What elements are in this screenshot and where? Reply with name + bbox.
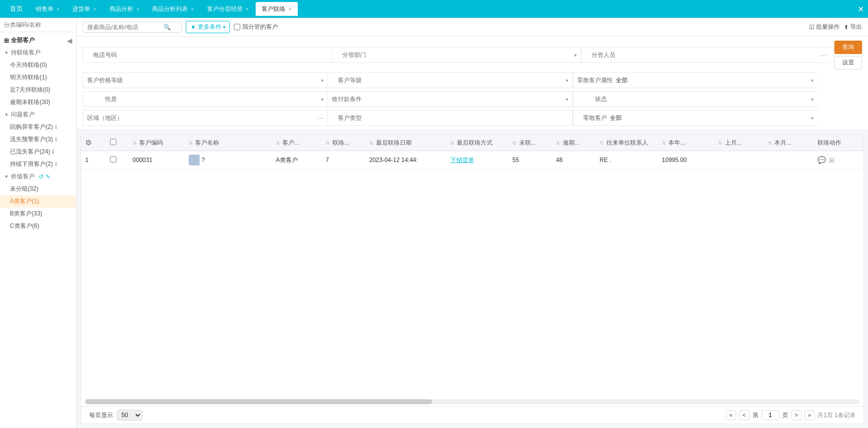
td-check[interactable] [106, 151, 128, 169]
refresh-icon[interactable]: ↺ [39, 173, 44, 180]
filter-more-button[interactable]: ▼ 更多条件 ▾ [186, 21, 230, 33]
th-name[interactable]: ⇅ 客户名称 [185, 135, 272, 151]
region-input[interactable] [126, 114, 315, 121]
last-method-link[interactable]: 下销货单 [450, 157, 474, 163]
th-code[interactable]: ⇅ 客户编码 [129, 135, 185, 151]
last-page-button[interactable]: » [805, 410, 815, 420]
phone-input[interactable] [120, 52, 328, 58]
sidebar-collapse-icon[interactable]: ◀ [67, 37, 72, 45]
retail-attr-select[interactable]: 全部 ▾ [616, 76, 814, 85]
search-icon[interactable]: 🔍 [163, 24, 171, 31]
query-button[interactable]: 查询 [834, 41, 862, 54]
price-level-select[interactable]: ▾ [126, 78, 324, 83]
th-last-month[interactable]: ⇅ 上月... [714, 135, 764, 151]
per-page-select[interactable]: 50 100 200 [117, 410, 142, 421]
all-customers-label[interactable]: 全部客户 [11, 36, 35, 45]
more-icon[interactable]: ··· [318, 114, 324, 122]
customer-type-input[interactable] [365, 114, 568, 121]
th-no-contact[interactable]: ⇅ 未联... [508, 135, 552, 151]
retail-customer-select[interactable]: 全部 ▾ [610, 114, 814, 122]
first-page-button[interactable]: « [726, 410, 736, 420]
close-icon[interactable]: × [288, 6, 291, 12]
sidebar-item-declining[interactable]: 持续下滑客户(2) ℹ [0, 158, 76, 170]
close-icon[interactable]: × [246, 6, 249, 12]
sidebar-group-pending-contact[interactable]: ▼ 待联络客户 [0, 47, 76, 59]
sidebar-item-class-a[interactable]: A类客户(1) [0, 195, 76, 208]
row-checkbox[interactable] [110, 156, 116, 162]
customer-level-select[interactable]: ▾ [365, 78, 568, 83]
window-close-icon[interactable]: ✕ [858, 4, 864, 14]
sidebar-search-input[interactable] [4, 21, 77, 28]
gear-icon[interactable]: ⚙ [85, 138, 92, 147]
sidebar-group-problem-customers[interactable]: ▼ 问题客户 [0, 108, 76, 121]
advanced-filters: 电话号码 分管部门 ▾ 分管人员 ··· 查询 设置 [77, 37, 868, 130]
nav-tab-purchase[interactable]: 进货单 × [66, 2, 102, 16]
chevron-down-icon: ▾ [811, 115, 814, 121]
sidebar-item-tomorrow-pending[interactable]: 明天待联络(1) [0, 71, 76, 84]
th-last-date[interactable]: ⇅ 最后联络日期 [365, 135, 446, 151]
filter-person: 分管人员 ··· [581, 47, 830, 63]
nature-select[interactable]: ▾ [120, 97, 324, 102]
sidebar-item-repurchase-anomaly[interactable]: 回购异常客户(2) ℹ [0, 121, 76, 133]
table-scroll[interactable]: ⚙ ⇅ 客户编码 ⇅ 客户名称 [81, 135, 864, 397]
sidebar-item-7days-pending[interactable]: 近7天待联络(0) [0, 84, 76, 96]
sidebar-item-class-c[interactable]: C类客户(6) [0, 220, 76, 232]
scrollbar-thumb[interactable] [85, 399, 432, 404]
info-icon: ℹ [52, 149, 54, 155]
export-button[interactable]: ⬆ 导出 [844, 23, 862, 31]
th-this-month[interactable]: ⇅ 本月... [764, 135, 814, 151]
prev-page-button[interactable]: < [739, 410, 750, 420]
chat-icon[interactable]: 💬 [817, 156, 826, 164]
th-overdue[interactable]: ⇅ 逾期... [552, 135, 596, 151]
person-input[interactable] [618, 52, 817, 58]
td-code: 000031 [129, 151, 185, 169]
sidebar-item-unclassified[interactable]: 未分组(32) [0, 183, 76, 195]
nav-tab-product-list[interactable]: 商品分析列表 × [146, 2, 200, 16]
my-customers-checkbox[interactable]: 我分管的客户 [234, 23, 278, 31]
nav-tab-sales[interactable]: 销售单 × [30, 2, 65, 16]
sidebar-group-value-customers[interactable]: ▼ 价值客户 ↺ ✎ [0, 170, 76, 183]
sidebar-item-churn-warning[interactable]: 流失预警客户(3) ℹ [0, 133, 76, 146]
th-last-method[interactable]: ⇅ 最后联络方式 [446, 135, 509, 151]
department-select[interactable]: ▾ [369, 53, 577, 58]
nav-tab-product-analysis[interactable]: 商品分析 × [104, 2, 145, 16]
chevron-down-icon: ▾ [566, 78, 568, 83]
th-check[interactable] [106, 135, 128, 151]
close-icon[interactable]: × [136, 6, 139, 12]
close-icon[interactable]: × [191, 6, 194, 12]
chevron-down-icon: ▾ [811, 97, 814, 102]
sidebar-item-churned[interactable]: 已流失客户(24) ℹ [0, 146, 76, 158]
close-icon[interactable]: × [56, 6, 59, 12]
page-number-input[interactable] [761, 410, 779, 420]
chevron-down-icon: ▼ [4, 50, 9, 55]
sidebar-item-class-b[interactable]: B类客户(33) [0, 208, 76, 220]
filter-search-input[interactable] [87, 24, 162, 31]
th-this-year[interactable]: ⇅ 本年... [658, 135, 714, 151]
th-settings[interactable]: ⚙ [81, 135, 106, 151]
grid-icon[interactable]: ⊞ [829, 156, 835, 164]
th-type[interactable]: ⇅ 客户... [272, 135, 322, 151]
horizontal-scrollbar[interactable] [85, 399, 860, 404]
nav-tab-customer-contact[interactable]: 客户联络 × [256, 2, 297, 16]
close-icon[interactable]: × [93, 6, 96, 12]
sidebar-item-overdue-contact[interactable]: 逾期未联络(30) [0, 96, 76, 108]
filter-row-3: 性质 ▾ 收付款条件 ▾ 状态 [83, 91, 862, 107]
chevron-down-icon: ▼ [4, 112, 9, 117]
customer-name-text[interactable]: ? [202, 157, 205, 163]
my-customers-check[interactable] [234, 24, 240, 30]
edit-icon[interactable]: ✎ [46, 173, 51, 180]
td-last-method[interactable]: 下销货单 [446, 151, 509, 169]
nav-tab-customer-tier[interactable]: 客户分层经营 × [201, 2, 255, 16]
settings-button[interactable]: 设置 [834, 56, 862, 69]
select-all-checkbox[interactable] [110, 139, 116, 145]
next-page-button[interactable]: > [791, 410, 802, 420]
th-contact-count[interactable]: ⇅ 联络... [322, 135, 365, 151]
sidebar-item-today-pending[interactable]: 今天待联络(0) [0, 59, 76, 71]
payment-select[interactable]: ▾ [365, 97, 568, 102]
top-nav: 首页 销售单 × 进货单 × 商品分析 × 商品分析列表 × 客户分层经营 × … [0, 0, 868, 18]
th-unit-contact[interactable]: ⇅ 往来单位联系人 [596, 135, 658, 151]
batch-operation-button[interactable]: ☑ 批量操作 [809, 23, 840, 31]
more-icon[interactable]: ··· [820, 51, 826, 59]
nav-home[interactable]: 首页 [4, 4, 29, 13]
status-select[interactable]: ▾ [610, 97, 814, 102]
